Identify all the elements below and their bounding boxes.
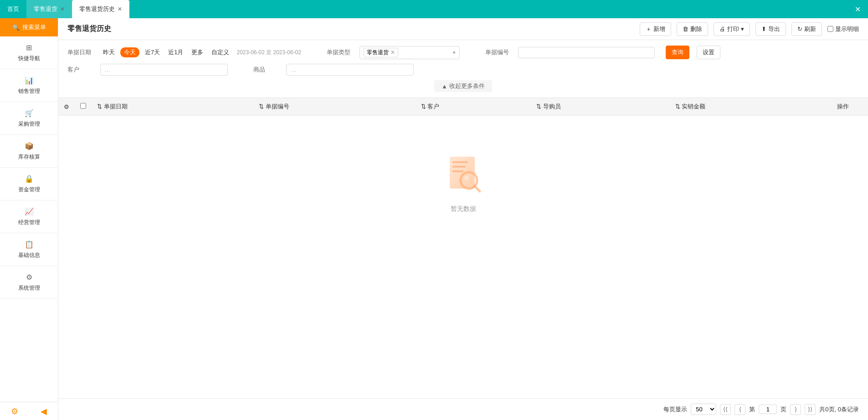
sidebar-item-quick-nav[interactable]: ⊞ 快捷导航 <box>0 36 58 69</box>
date-more[interactable]: 更多 <box>189 47 206 57</box>
sidebar-item-purchase[interactable]: 🛒 采购管理 <box>0 102 58 135</box>
collapse-sidebar-icon[interactable]: ◀ <box>41 406 47 416</box>
sidebar-bottom: ⚙ ◀ <box>0 402 58 420</box>
sales-icon: 📊 <box>25 76 34 85</box>
page-header: 零售退货历史 ＋ 新增 🗑 删除 🖨 打印 ▾ ⬆ 导出 ↻ 刷新 <box>58 18 868 40</box>
window-close-btn[interactable]: ✕ <box>855 5 868 14</box>
sidebar-item-sales[interactable]: 📊 销售管理 <box>0 69 58 102</box>
total-info: 共0页, 0条记录 <box>819 405 859 414</box>
empty-state: 暂无数据 <box>58 116 868 250</box>
tab-retail-return[interactable]: 零售退货 ✕ <box>26 0 72 18</box>
doc-type-tag-text: 零售退货 <box>367 49 389 56</box>
date-shortcuts: 昨天 今天 近7天 近1月 更多 自定义 2023-06-02 至 2023-0… <box>100 47 301 57</box>
inventory-icon: 📦 <box>25 141 34 150</box>
page-size-label: 每页显示 <box>663 405 687 414</box>
th-amount[interactable]: ⇅ 实销金额 <box>670 98 832 116</box>
main-layout: 🔍 搜索菜单 ⊞ 快捷导航 📊 销售管理 🛒 采购管理 📦 库存核算 🔒 资金管… <box>0 18 868 420</box>
sidebar-item-operations[interactable]: 📈 经营管理 <box>0 200 58 233</box>
th-actions: 操作 <box>832 98 868 116</box>
delete-icon: 🗑 <box>683 26 688 32</box>
sidebar-item-operations-label: 经营管理 <box>18 219 40 226</box>
refresh-button[interactable]: ↻ 刷新 <box>791 22 822 36</box>
page-number-input[interactable] <box>759 405 777 414</box>
column-settings-icon[interactable]: ⚙ <box>64 103 69 110</box>
sidebar-item-basic-info[interactable]: 📋 基础信息 <box>0 233 58 266</box>
doc-type-tag-close[interactable]: ✕ <box>390 49 395 56</box>
date-filter-label: 单据日期 <box>67 48 93 56</box>
page-last-button[interactable]: ⟩⟩ <box>805 404 816 415</box>
show-detail-checkbox[interactable] <box>827 26 833 32</box>
empty-icon <box>441 152 486 198</box>
collapse-label: 收起更多条件 <box>449 82 485 90</box>
table-wrapper: ⚙ ⇅ 单据日期 ⇅ 单据编号 ⇅ 客户 <box>58 98 868 398</box>
export-label: 导出 <box>768 25 780 33</box>
filter-area: 单据日期 昨天 今天 近7天 近1月 更多 自定义 2023-06-02 至 2… <box>58 40 868 98</box>
th-date[interactable]: ⇅ 单据日期 <box>92 98 253 116</box>
operations-icon: 📈 <box>25 207 34 216</box>
date-today[interactable]: 今天 <box>120 47 139 57</box>
export-button[interactable]: ⬆ 导出 <box>755 22 786 36</box>
date-7days[interactable]: 近7天 <box>142 47 163 57</box>
th-number[interactable]: ⇅ 单据编号 <box>253 98 415 116</box>
date-custom[interactable]: 自定义 <box>209 47 232 57</box>
query-button[interactable]: 查询 <box>666 46 689 59</box>
customer-placeholder: ... <box>104 66 110 74</box>
sidebar-item-inventory[interactable]: 📦 库存核算 <box>0 135 58 168</box>
th-guide[interactable]: ⇅ 导购员 <box>531 98 669 116</box>
doc-number-input[interactable] <box>518 47 655 58</box>
sidebar-item-system[interactable]: ⚙ 系统管理 <box>0 266 58 299</box>
settings-bottom-icon[interactable]: ⚙ <box>11 406 18 416</box>
th-customer[interactable]: ⇅ 客户 <box>416 98 531 116</box>
tab-retail-return-history-close[interactable]: ✕ <box>118 6 122 12</box>
doc-type-select[interactable]: 零售退货 ✕ ▾ <box>360 46 460 59</box>
date-1month[interactable]: 近1月 <box>165 47 186 57</box>
collapse-filter-button[interactable]: ▲ 收起更多条件 <box>434 80 492 92</box>
show-detail-checkbox-wrapper[interactable]: 显示明细 <box>827 25 859 33</box>
th-number-label: ⇅ 单据编号 <box>259 103 289 110</box>
new-button[interactable]: ＋ 新增 <box>640 22 671 36</box>
delete-button[interactable]: 🗑 删除 <box>677 22 708 36</box>
sidebar-item-sales-label: 销售管理 <box>18 87 40 95</box>
sidebar-item-finance[interactable]: 🔒 资金管理 <box>0 168 58 200</box>
settings-button[interactable]: 设置 <box>697 46 720 59</box>
tab-home[interactable]: 首页 <box>0 0 26 18</box>
tab-retail-return-close[interactable]: ✕ <box>60 6 65 12</box>
th-checkbox[interactable] <box>75 98 92 116</box>
close-icon[interactable]: ✕ <box>855 5 861 13</box>
svg-point-6 <box>464 176 469 180</box>
top-bar: 首页 零售退货 ✕ 零售退货历史 ✕ ✕ <box>0 0 868 18</box>
page-next-button[interactable]: ⟩ <box>790 404 801 415</box>
search-menu-button[interactable]: 🔍 搜索菜单 <box>0 18 58 36</box>
select-all-checkbox[interactable] <box>80 103 86 109</box>
date-range-display: 2023-06-02 至 2023-06-02 <box>236 49 301 56</box>
page-unit: 页 <box>781 405 786 414</box>
goods-select[interactable]: ... <box>286 64 414 76</box>
pagination-bar: 每页显示 10 20 50 100 ⟨⟨ ⟨ 第 页 ⟩ ⟩⟩ 共0页, 0条记… <box>58 398 868 420</box>
search-icon: 🔍 <box>12 24 20 31</box>
tab-retail-return-history[interactable]: 零售退货历史 ✕ <box>72 0 129 18</box>
query-label: 查询 <box>672 48 683 56</box>
date-yesterday[interactable]: 昨天 <box>100 47 118 57</box>
page-size-select[interactable]: 10 20 50 100 <box>691 404 716 415</box>
print-button[interactable]: 🖨 打印 ▾ <box>714 22 750 36</box>
th-settings[interactable]: ⚙ <box>58 98 75 116</box>
goods-filter-label: 商品 <box>253 66 279 74</box>
export-icon: ⬆ <box>761 26 766 32</box>
refresh-icon: ↻ <box>797 26 802 32</box>
sidebar-item-system-label: 系统管理 <box>18 284 40 292</box>
settings-label: 设置 <box>703 48 714 56</box>
search-menu-label: 搜索菜单 <box>22 23 46 31</box>
system-icon: ⚙ <box>25 272 34 282</box>
new-label: 新增 <box>653 25 665 33</box>
sidebar-item-finance-label: 资金管理 <box>18 186 40 194</box>
delete-label: 删除 <box>690 25 702 33</box>
show-detail-label: 显示明细 <box>835 25 859 33</box>
svg-line-5 <box>474 186 480 191</box>
sidebar-item-inventory-label: 库存核算 <box>18 153 40 161</box>
customer-select[interactable]: ... <box>100 64 228 76</box>
print-label: 打印 <box>727 25 739 33</box>
page-prev-button[interactable]: ⟨ <box>734 404 745 415</box>
svg-rect-2 <box>452 166 466 168</box>
collapse-icon: ▲ <box>442 83 447 90</box>
page-first-button[interactable]: ⟨⟨ <box>720 404 731 415</box>
